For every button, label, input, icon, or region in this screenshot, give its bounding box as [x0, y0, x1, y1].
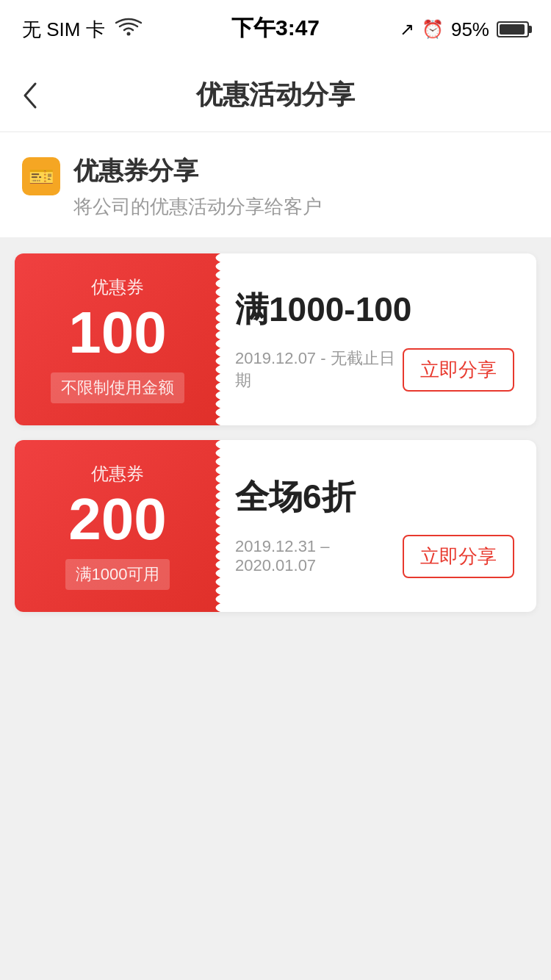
status-right: ↗ ⏰ 95%	[400, 18, 529, 41]
share-button[interactable]: 立即分享	[403, 348, 514, 392]
coupon-bottom: 2019.12.07 - 无截止日期 立即分享	[235, 347, 514, 392]
coupon-date: 2019.12.07 - 无截止日期	[235, 347, 395, 392]
battery-icon	[497, 21, 529, 37]
status-time: 下午3:47	[231, 13, 320, 43]
battery-percent: 95%	[451, 18, 489, 41]
coupon-bottom: 2019.12.31 – 2020.01.07 立即分享	[235, 535, 514, 578]
coupon-title: 满1000-100	[235, 287, 514, 333]
alarm-icon: ⏰	[422, 19, 444, 40]
coupon-title: 全场6折	[235, 475, 514, 520]
coupon-amount: 200	[68, 490, 166, 549]
status-left: 无 SIM 卡	[22, 17, 142, 43]
svg-point-0	[126, 32, 130, 35]
coupon-amount: 100	[68, 303, 166, 362]
status-bar: 无 SIM 卡 下午3:47 ↗ ⏰ 95%	[0, 0, 551, 59]
bottom-fill	[0, 627, 551, 980]
section-icon: 🎫	[22, 157, 60, 195]
wifi-icon	[115, 18, 142, 42]
location-icon: ↗	[400, 19, 414, 40]
coupon-date: 2019.12.31 – 2020.01.07	[235, 537, 395, 575]
page-title: 优惠活动分享	[196, 77, 355, 113]
coupon-label: 优惠券	[91, 462, 144, 486]
share-button[interactable]: 立即分享	[403, 535, 514, 578]
coupon-card: 优惠券 100 不限制使用金额 满1000-100 2019.12.07 - 无…	[15, 253, 536, 425]
carrier-label: 无 SIM 卡	[22, 17, 105, 43]
section-header: 🎫 优惠券分享 将公司的优惠活动分享给客户	[0, 132, 551, 237]
section-title: 优惠券分享	[73, 154, 322, 188]
nav-bar: 优惠活动分享	[0, 59, 551, 132]
coupon-right-section: 全场6折 2019.12.31 – 2020.01.07 立即分享	[220, 440, 536, 612]
back-button[interactable]	[22, 81, 40, 110]
coupon-left-section: 优惠券 200 满1000可用	[15, 440, 220, 612]
battery-fill	[500, 24, 525, 35]
coupon-left-section: 优惠券 100 不限制使用金额	[15, 253, 220, 425]
coupon-list: 优惠券 100 不限制使用金额 满1000-100 2019.12.07 - 无…	[0, 239, 551, 627]
coupon-icon: 🎫	[29, 165, 54, 189]
coupon-condition: 不限制使用金额	[51, 372, 184, 403]
coupon-card: 优惠券 200 满1000可用 全场6折 2019.12.31 – 2020.0…	[15, 440, 536, 612]
section-text: 优惠券分享 将公司的优惠活动分享给客户	[73, 154, 322, 220]
coupon-label: 优惠券	[91, 275, 144, 299]
coupon-right-section: 满1000-100 2019.12.07 - 无截止日期 立即分享	[220, 253, 536, 425]
section-subtitle: 将公司的优惠活动分享给客户	[73, 194, 322, 220]
coupon-condition: 满1000可用	[65, 559, 170, 590]
